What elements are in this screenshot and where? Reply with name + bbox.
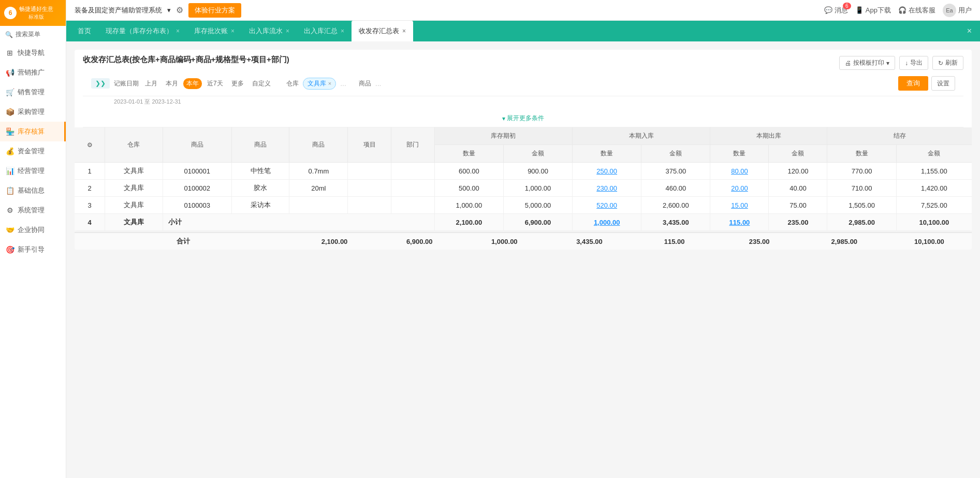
tab-summary[interactable]: 出入库汇总 × bbox=[297, 21, 352, 41]
col-in-group: 本期入库 bbox=[573, 127, 710, 145]
sidebar-item-quick-nav[interactable]: ⊞ 快捷导航 bbox=[0, 43, 66, 63]
row-goods-code: 0100002 bbox=[163, 180, 231, 197]
row-goods-spec bbox=[289, 197, 348, 214]
sidebar-item-finance-label: 资金管理 bbox=[18, 147, 45, 156]
filter-bar: ❯❯ 记账日期 上月 本月 本年 近7天 更多 自定义 仓库 bbox=[83, 71, 963, 96]
date-option-more[interactable]: 更多 bbox=[228, 78, 247, 89]
date-option-last-month[interactable]: 上月 bbox=[142, 78, 160, 89]
row-goods-code: 0100003 bbox=[163, 197, 231, 214]
total-out-qty: 115.00 bbox=[632, 238, 717, 245]
tab-stock-dist-close[interactable]: × bbox=[176, 27, 180, 35]
sidebar-item-system-label: 系统管理 bbox=[18, 206, 45, 215]
row-open-amt: 5,000.00 bbox=[503, 197, 572, 214]
trial-btn[interactable]: 体验行业方案 bbox=[188, 3, 241, 18]
date-label: 记账日期 bbox=[114, 79, 139, 88]
row-in-qty[interactable]: 250.00 bbox=[573, 163, 641, 180]
row-warehouse: 文具库 bbox=[105, 197, 163, 214]
sidebar-item-basic-info[interactable]: 📋 基础信息 bbox=[0, 181, 66, 200]
sidebar-search[interactable]: 🔍 搜索菜单 bbox=[0, 26, 66, 43]
sidebar-item-marketing[interactable]: 📢 营销推广 bbox=[0, 63, 66, 82]
sidebar-item-inventory[interactable]: 🏪 库存核算 bbox=[0, 122, 66, 141]
table-row: 1 文具库 0100001 中性笔 0.7mm 600.00 900.00 25… bbox=[75, 163, 972, 180]
print-dropdown-icon: ▾ bbox=[886, 60, 889, 67]
total-close-amt: 10,100.00 bbox=[887, 238, 972, 245]
date-option-this-month[interactable]: 本月 bbox=[163, 78, 181, 89]
col-opening-group: 库存期初 bbox=[434, 127, 572, 145]
tabbar: 首页 现存量（库存分布表） × 库存批次账 × 出入库流水 × 出入库汇总 × … bbox=[66, 21, 980, 41]
table-settings-icon[interactable]: ⚙ bbox=[87, 141, 93, 149]
sidebar-item-finance[interactable]: 💰 资金管理 bbox=[0, 141, 66, 161]
date-option-custom[interactable]: 自定义 bbox=[249, 78, 274, 89]
warehouse-tag-close[interactable]: × bbox=[328, 80, 331, 86]
row-out-qty[interactable]: 15.00 bbox=[710, 197, 769, 214]
user-menu[interactable]: Ea 用户 bbox=[943, 4, 972, 17]
row-goods-spec: 0.7mm bbox=[289, 163, 348, 180]
app-download-btn[interactable]: 📱 App下载 bbox=[855, 6, 891, 15]
subtotal-no: 4 bbox=[75, 214, 105, 231]
col-out-amt-header: 金额 bbox=[769, 145, 827, 163]
date-option-7days[interactable]: 近7天 bbox=[204, 78, 226, 89]
sidebar-item-guide[interactable]: 🎯 新手引导 bbox=[0, 240, 66, 259]
row-dept bbox=[391, 197, 435, 214]
subtotal-warehouse: 文具库 bbox=[105, 214, 163, 231]
col-goods-name-header: 商品 bbox=[231, 127, 289, 163]
row-out-qty[interactable]: 20.00 bbox=[710, 180, 769, 197]
row-close-amt: 1,155.00 bbox=[896, 163, 972, 180]
sidebar-header: 6 畅捷通好生意 标准版 bbox=[0, 0, 66, 26]
col-goods-code-header: 商品 bbox=[163, 127, 231, 163]
sidebar-item-sales[interactable]: 🛒 销售管理 bbox=[0, 82, 66, 102]
sidebar-item-system[interactable]: ⚙ 系统管理 bbox=[0, 200, 66, 220]
sidebar-item-enterprise[interactable]: 🤝 企业协同 bbox=[0, 220, 66, 240]
app-download-label: App下载 bbox=[866, 6, 891, 15]
search-icon: 🔍 bbox=[5, 31, 13, 38]
tab-stock-dist-label: 现存量（库存分布表） bbox=[106, 26, 173, 36]
tab-summary-close[interactable]: × bbox=[341, 27, 344, 35]
col-out-group: 本期出库 bbox=[710, 127, 827, 145]
refresh-btn[interactable]: ↻ 刷新 bbox=[932, 56, 963, 70]
messages-badge: 6 bbox=[843, 3, 851, 9]
export-btn[interactable]: ↓ 导出 bbox=[899, 56, 928, 70]
phone-icon: 📱 bbox=[855, 6, 864, 14]
tab-recv-send-close[interactable]: × bbox=[402, 27, 406, 35]
sales-icon: 🛒 bbox=[5, 88, 14, 97]
row-open-qty: 1,000.00 bbox=[434, 197, 503, 214]
row-warehouse: 文具库 bbox=[105, 163, 163, 180]
filter-settings-btn[interactable]: 设置 bbox=[931, 76, 955, 91]
subtotal-close-qty: 2,985.00 bbox=[827, 214, 896, 231]
row-project bbox=[348, 197, 391, 214]
tab-home[interactable]: 首页 bbox=[70, 21, 98, 41]
warehouse-more-dots[interactable]: ... bbox=[340, 79, 346, 88]
tab-flow-close[interactable]: × bbox=[286, 27, 289, 35]
row-out-amt: 120.00 bbox=[769, 163, 827, 180]
print-template-btn[interactable]: 🖨 按模板打印 ▾ bbox=[839, 56, 895, 70]
tab-recv-send[interactable]: 收发存汇总表 × bbox=[352, 21, 413, 41]
topbar-left: 装备及固定资产辅助管理系统 ▾ ⚙ 体验行业方案 bbox=[75, 3, 241, 18]
tab-flow[interactable]: 出入库流水 × bbox=[242, 21, 297, 41]
tab-batch-close[interactable]: × bbox=[231, 27, 235, 35]
goods-more-dots[interactable]: ... bbox=[375, 79, 382, 88]
row-in-qty[interactable]: 520.00 bbox=[573, 197, 641, 214]
tabbar-close-all[interactable]: × bbox=[963, 26, 976, 36]
tab-stock-dist[interactable]: 现存量（库存分布表） × bbox=[98, 21, 187, 41]
query-btn[interactable]: 查询 bbox=[898, 76, 928, 91]
expand-more-btn[interactable]: ▾ 展开更多条件 bbox=[502, 114, 544, 123]
sidebar-logo-tag: 标准版 bbox=[19, 13, 53, 21]
total-in-amt: 3,435.00 bbox=[547, 238, 632, 245]
topbar-settings-icon[interactable]: ⚙ bbox=[176, 5, 183, 15]
print-template-label: 按模板打印 bbox=[853, 59, 884, 67]
col-goods-spec-header: 商品 bbox=[289, 127, 348, 163]
messages-btn[interactable]: 💬 消息 6 bbox=[824, 6, 848, 15]
row-in-qty[interactable]: 230.00 bbox=[573, 180, 641, 197]
col-open-amt-header: 金额 bbox=[503, 145, 572, 163]
table-row: 3 文具库 0100003 采访本 1,000.00 5,000.00 520.… bbox=[75, 197, 972, 214]
row-out-qty[interactable]: 80.00 bbox=[710, 163, 769, 180]
subtotal-row: 4 文具库 小计 2,100.00 6,900.00 1,000.00 3,43… bbox=[75, 214, 972, 231]
sidebar-item-purchase[interactable]: 📦 采购管理 bbox=[0, 102, 66, 122]
filter-expand-btn[interactable]: ❯❯ bbox=[91, 78, 110, 89]
total-out-amt: 235.00 bbox=[717, 238, 802, 245]
tab-batch[interactable]: 库存批次账 × bbox=[187, 21, 242, 41]
sidebar-item-operations[interactable]: 📊 经营管理 bbox=[0, 161, 66, 181]
warehouse-label: 仓库 bbox=[286, 79, 299, 88]
online-service-btn[interactable]: 🎧 在线客服 bbox=[898, 6, 935, 15]
date-option-this-year[interactable]: 本年 bbox=[183, 78, 202, 89]
